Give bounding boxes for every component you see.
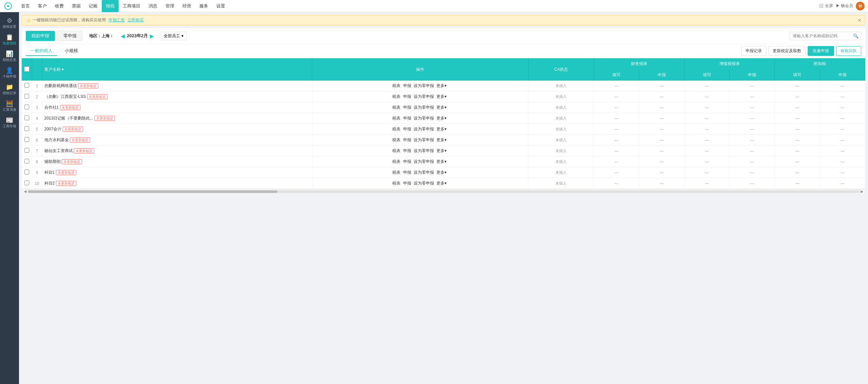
nav-tax[interactable]: 报税 xyxy=(102,0,119,12)
action-declare-1[interactable]: 申报 xyxy=(403,94,411,99)
horizontal-scrollbar[interactable]: ◀ ▶ xyxy=(22,189,865,194)
banner-link-report[interactable]: 申报汇签 xyxy=(108,17,125,23)
action-more-5[interactable]: 更多▾ xyxy=(436,137,447,142)
nav-business-projects[interactable]: 工商项目 xyxy=(119,0,144,12)
tab-general-taxpayer[interactable]: 一般的税人 xyxy=(26,46,57,56)
action-tax-form-1[interactable]: 税表 xyxy=(392,94,400,99)
sidebar-item-tax-settings[interactable]: ⚙ 报税设置 xyxy=(0,15,19,31)
banner-close-btn[interactable]: ✕ xyxy=(857,18,862,23)
tab-tax-declaration[interactable]: 税款申报 xyxy=(26,31,55,41)
scroll-track[interactable] xyxy=(28,190,859,193)
sort-icon[interactable]: ▾ xyxy=(62,67,64,72)
next-month-btn[interactable]: ▶ xyxy=(150,33,154,39)
sidebar-item-tax-index[interactable]: 📊 报税总览 xyxy=(0,48,19,65)
action-set-zero-4[interactable]: 设为零申报 xyxy=(414,127,434,131)
action-set-zero-7[interactable]: 设为零申报 xyxy=(414,159,434,164)
action-declare-3[interactable]: 申报 xyxy=(403,116,411,121)
row-checkbox-8[interactable] xyxy=(24,170,29,174)
nav-messages[interactable]: 消息 xyxy=(144,0,161,12)
nav-services[interactable]: 服务 xyxy=(195,0,212,12)
action-set-zero-2[interactable]: 设为零申报 xyxy=(414,105,434,110)
action-declare-4[interactable]: 申报 xyxy=(403,127,411,131)
scroll-left-btn[interactable]: ◀ xyxy=(22,189,28,194)
sidebar-item-annual-report[interactable]: 📰 工商年报 xyxy=(0,114,19,131)
nav-accounting[interactable]: 记账 xyxy=(85,0,102,12)
location-info-icon[interactable]: ℹ xyxy=(111,34,113,38)
action-set-zero-5[interactable]: 设为零申报 xyxy=(414,137,434,142)
sidebar-item-personal-tax[interactable]: 👤 个税申报 xyxy=(0,65,19,81)
action-more-7[interactable]: 更多▾ xyxy=(436,159,447,164)
action-tax-form-3[interactable]: 税表 xyxy=(392,116,400,121)
row-checkbox-4[interactable] xyxy=(24,126,29,131)
row-checkbox-0[interactable] xyxy=(24,83,29,88)
row-checkbox-5[interactable] xyxy=(24,137,29,142)
sidebar-item-tax-records[interactable]: 📁 报税记录 xyxy=(0,81,19,98)
staff-selector[interactable]: 全部员工 ▾ xyxy=(161,32,186,40)
action-more-0[interactable]: 更多▾ xyxy=(436,83,447,88)
action-declare-9[interactable]: 申报 xyxy=(403,181,411,186)
action-set-zero-9[interactable]: 设为零申报 xyxy=(414,181,434,186)
row-checkbox-6[interactable] xyxy=(24,148,29,153)
search-btn[interactable]: 🔍 xyxy=(851,32,861,40)
table-row: 6 地方水利基金 未更新核定 税表 申报 设为零申报 更多▾ 未插入 — — —… xyxy=(22,135,865,146)
row-checkbox-7[interactable] xyxy=(24,159,29,164)
action-more-2[interactable]: 更多▾ xyxy=(436,105,447,110)
sidebar-item-calculation[interactable]: 🧮 汇算清缴 xyxy=(0,98,19,114)
nav-billing[interactable]: 收费 xyxy=(51,0,68,12)
action-set-zero-6[interactable]: 设为零申报 xyxy=(414,148,434,153)
nav-settings[interactable]: 设置 xyxy=(212,0,229,12)
nav-clients[interactable]: 客户 xyxy=(34,0,51,12)
action-more-6[interactable]: 更多▾ xyxy=(436,148,447,153)
action-buttons: 申报记录 更新税定及取数 批量申报 收取回执 xyxy=(741,46,861,56)
action-tax-form-8[interactable]: 税表 xyxy=(392,170,400,175)
scroll-right-btn[interactable]: ▶ xyxy=(859,189,865,194)
nav-management[interactable]: 管理 xyxy=(161,0,178,12)
nav-home[interactable]: 首页 xyxy=(17,0,34,12)
nav-operations[interactable]: 经营 xyxy=(178,0,195,12)
tab-small-scale[interactable]: 小规模 xyxy=(60,46,83,56)
action-declare-6[interactable]: 申报 xyxy=(403,148,411,153)
action-more-1[interactable]: 更多▾ xyxy=(436,94,447,99)
btn-collect-receipt[interactable]: 收取回执 xyxy=(836,46,861,56)
tab-zero-declaration[interactable]: 零申报 xyxy=(58,31,82,41)
row-ca-status-0: 未插入 xyxy=(528,81,594,91)
table-row: 3 合作社1 未更新核定 税表 申报 设为零申报 更多▾ 未插入 — — — —… xyxy=(22,102,865,113)
btn-batch-declare[interactable]: 批量申报 xyxy=(808,46,834,56)
action-declare-7[interactable]: 申报 xyxy=(403,159,411,164)
action-declare-0[interactable]: 申报 xyxy=(403,83,411,88)
action-more-3[interactable]: 更多▾ xyxy=(436,116,447,121)
upgrade-btn[interactable]: ▶ 畅会员 xyxy=(836,3,853,9)
row-checkbox-3[interactable] xyxy=(24,115,29,120)
action-tax-form-5[interactable]: 税表 xyxy=(392,137,400,142)
nav-invoices[interactable]: 票据 xyxy=(68,0,85,12)
action-declare-2[interactable]: 申报 xyxy=(403,105,411,110)
action-tax-form-9[interactable]: 税表 xyxy=(392,181,400,186)
row-checkbox-2[interactable] xyxy=(24,105,29,109)
action-more-9[interactable]: 更多▾ xyxy=(436,181,447,186)
action-set-zero-1[interactable]: 设为零申报 xyxy=(414,94,434,99)
scroll-thumb[interactable] xyxy=(28,190,277,193)
action-tax-form-2[interactable]: 税表 xyxy=(392,105,400,110)
action-tax-form-6[interactable]: 税表 xyxy=(392,148,400,153)
row-checkbox-1[interactable] xyxy=(24,94,29,99)
action-set-zero-0[interactable]: 设为零申报 xyxy=(414,83,434,88)
sidebar-item-batch-tax[interactable]: 📋 批量报税 xyxy=(0,31,19,48)
action-declare-8[interactable]: 申报 xyxy=(403,170,411,175)
action-tax-form-7[interactable]: 税表 xyxy=(392,159,400,164)
action-set-zero-8[interactable]: 设为零申报 xyxy=(414,170,434,175)
select-all-checkbox[interactable] xyxy=(24,66,29,72)
action-tax-form-4[interactable]: 税表 xyxy=(392,127,400,131)
fullscreen-btn[interactable]: ⬜ 全屏 xyxy=(818,3,833,9)
action-declare-5[interactable]: 申报 xyxy=(403,137,411,142)
user-avatar[interactable]: 畅 xyxy=(856,2,865,10)
btn-update-tax-data[interactable]: 更新税定及取数 xyxy=(768,46,806,56)
action-more-4[interactable]: 更多▾ xyxy=(436,127,447,131)
btn-declaration-records[interactable]: 申报记录 xyxy=(741,46,766,56)
prev-month-btn[interactable]: ◀ xyxy=(121,33,125,39)
action-tax-form-0[interactable]: 税表 xyxy=(392,83,400,88)
banner-link-buy[interactable]: 立即购买 xyxy=(127,17,144,23)
search-input[interactable] xyxy=(790,32,851,40)
action-set-zero-3[interactable]: 设为零申报 xyxy=(414,116,434,121)
action-more-8[interactable]: 更多▾ xyxy=(436,170,447,175)
row-checkbox-9[interactable] xyxy=(24,180,29,185)
